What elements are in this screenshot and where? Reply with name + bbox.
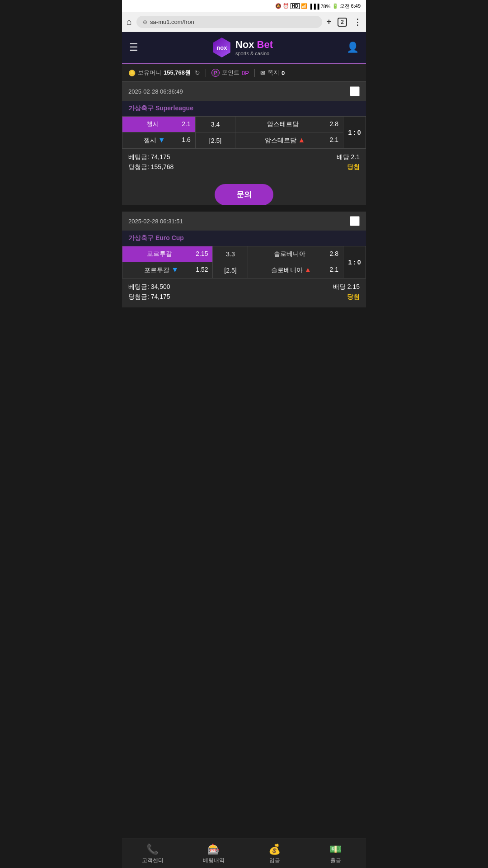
- record-2-win-label: 당첨금: 74,175: [128, 293, 170, 301]
- record-1-bet-label: 베팅금: 74,175: [128, 153, 170, 161]
- message-label: 쪽지: [267, 69, 279, 77]
- status-bar: 🔕 ⏰ HD 📶 ▐▐▐ 78% 🔋 오전 6:49: [122, 0, 366, 12]
- record-2-bet-row: 베팅금: 34,500 배당 2.15: [128, 283, 360, 291]
- battery-icon: 🔋: [332, 3, 338, 9]
- more-icon[interactable]: ⋮: [353, 17, 361, 27]
- record-2-checkbox[interactable]: [350, 216, 360, 226]
- record-1-score: 1 : 0: [343, 117, 366, 149]
- logo-nox: Nox: [235, 39, 254, 50]
- balance-separator-2: [254, 69, 255, 77]
- record-1-team2-live: 암스테르담 ▲ 2.1: [235, 132, 343, 149]
- balance-bar: 🪙 보유머니 155,768원 ↻ P 포인트 0P ✉ 쪽지 0: [122, 64, 366, 82]
- record-2: 2025-02-28 06:31:51 가상축구 Euro Cup 포르투갈 2…: [122, 212, 366, 307]
- record-2-datetime: 2025-02-28 06:31:51: [128, 218, 183, 225]
- record-2-bet-label: 베팅금: 34,500: [128, 283, 170, 291]
- home-icon[interactable]: ⌂: [127, 17, 132, 27]
- message-icon: ✉: [260, 70, 265, 76]
- record-2-team1-live: 포르투갈 ▼ 1.52: [122, 262, 213, 278]
- battery-percent: 78%: [321, 4, 331, 9]
- money-label: 보유머니: [138, 69, 161, 77]
- app-header: ☰ nox Nox Bet sports & casino 👤: [122, 32, 366, 64]
- record-2-score: 1 : 0: [343, 246, 366, 278]
- logo: nox Nox Bet sports & casino: [212, 38, 273, 57]
- record-1-table: 첼시 2.1 3.4 암스테르담 2.8 1 : 0 첼시 ▼ 1.6 [2.5…: [122, 116, 366, 149]
- tab-count[interactable]: 2: [338, 18, 347, 27]
- record-1-handicap: [2.5]: [195, 132, 235, 149]
- record-2-team2-live: 슬로베니아 ▲ 2.1: [248, 262, 343, 278]
- logo-bet: Bet: [257, 39, 273, 50]
- record-1-team1: 첼시 2.1: [122, 117, 196, 132]
- alarm-icon: ⏰: [283, 3, 289, 9]
- record-1-odds-val: 배당 2.1: [337, 153, 360, 161]
- status-icons: 🔕 ⏰ HD 📶 ▐▐▐ 78% 🔋 오전 6:49: [275, 3, 361, 9]
- record-2-odds-val: 배당 2.15: [333, 283, 360, 291]
- record-1-row-2: 첼시 ▼ 1.6 [2.5] 암스테르담 ▲ 2.1: [122, 132, 366, 149]
- record-2-header: 2025-02-28 06:31:51: [122, 212, 366, 231]
- record-2-handicap: [2.5]: [213, 262, 248, 278]
- wifi-icon: 📶: [301, 3, 307, 9]
- logo-hex-icon: nox: [212, 38, 232, 57]
- browser-actions: + 2 ⋮: [327, 17, 361, 27]
- money-item: 🪙 보유머니 155,768원 ↻: [128, 69, 200, 77]
- url-text: sa-mu1.com/fron: [150, 19, 194, 25]
- record-1-header: 2025-02-28 06:36:49: [122, 82, 366, 101]
- signal-icon: ▐▐▐: [309, 4, 319, 9]
- record-2-table: 포르투갈 2.15 3.3 슬로베니아 2.8 1 : 0 포르투갈 ▼ 1.5…: [122, 246, 366, 278]
- record-1-result: 당첨: [347, 163, 360, 171]
- record-1-row-1: 첼시 2.1 3.4 암스테르담 2.8 1 : 0: [122, 117, 366, 132]
- point-value: 0P: [242, 70, 249, 76]
- message-item: ✉ 쪽지 0: [260, 69, 285, 77]
- time: 오전 6:49: [340, 3, 361, 9]
- record-2-win-row: 당첨금: 74,175 당첨: [128, 293, 360, 301]
- money-icon: 🪙: [128, 70, 136, 76]
- refresh-icon[interactable]: ↻: [195, 69, 200, 76]
- point-label: 포인트: [222, 69, 239, 77]
- url-bar[interactable]: ⊜ sa-mu1.com/fron: [136, 16, 322, 28]
- record-1-checkbox[interactable]: [350, 86, 360, 96]
- record-1: 2025-02-28 06:36:49 가상축구 Superleague 첼시 …: [122, 82, 366, 205]
- record-1-team2: 암스테르담 2.8: [235, 117, 343, 132]
- record-2-row-2: 포르투갈 ▼ 1.52 [2.5] 슬로베니아 ▲ 2.1: [122, 262, 366, 278]
- record-1-team1-live: 첼시 ▼ 1.6: [122, 132, 196, 149]
- url-icon: ⊜: [143, 19, 147, 25]
- browser-bar: ⌂ ⊜ sa-mu1.com/fron + 2 ⋮: [122, 12, 366, 32]
- logo-subtitle: sports & casino: [235, 51, 273, 56]
- record-2-team2: 슬로베니아 2.8: [248, 246, 343, 262]
- record-2-league: 가상축구 Euro Cup: [122, 231, 366, 246]
- record-1-bet-row: 베팅금: 74,175 배당 2.1: [128, 153, 360, 161]
- money-value: 155,768원: [164, 69, 191, 77]
- record-2-bet-info: 베팅금: 34,500 배당 2.15 당첨금: 74,175 당첨: [122, 278, 366, 307]
- bottom-spacer: [122, 312, 366, 344]
- record-1-bet-info: 베팅금: 74,175 배당 2.1 당첨금: 155,768 당첨: [122, 149, 366, 178]
- record-1-win-label: 당첨금: 155,768: [128, 163, 174, 171]
- record-2-row-1: 포르투갈 2.15 3.3 슬로베니아 2.8 1 : 0: [122, 246, 366, 262]
- add-tab-icon[interactable]: +: [327, 17, 332, 27]
- record-1-win-row: 당첨금: 155,768 당첨: [128, 163, 360, 171]
- record-2-team1: 포르투갈 2.15: [122, 246, 213, 262]
- balance-separator-1: [206, 69, 206, 77]
- mute-icon: 🔕: [275, 3, 282, 9]
- record-2-draw: 3.3: [213, 246, 248, 262]
- record-1-draw: 3.4: [195, 117, 235, 132]
- record-1-league: 가상축구 Superleague: [122, 101, 366, 116]
- record-1-inquiry-btn[interactable]: 문의: [215, 184, 273, 205]
- logo-text: Nox Bet sports & casino: [235, 39, 273, 56]
- user-icon[interactable]: 👤: [347, 42, 359, 53]
- hd-icon: HD: [291, 3, 300, 9]
- record-2-result: 당첨: [347, 293, 360, 301]
- point-item: P 포인트 0P: [211, 69, 249, 77]
- menu-icon[interactable]: ☰: [129, 42, 138, 53]
- point-icon: P: [211, 69, 220, 77]
- record-1-datetime: 2025-02-28 06:36:49: [128, 88, 183, 95]
- message-value: 0: [282, 70, 285, 76]
- records-container: 2025-02-28 06:36:49 가상축구 Superleague 첼시 …: [122, 82, 366, 307]
